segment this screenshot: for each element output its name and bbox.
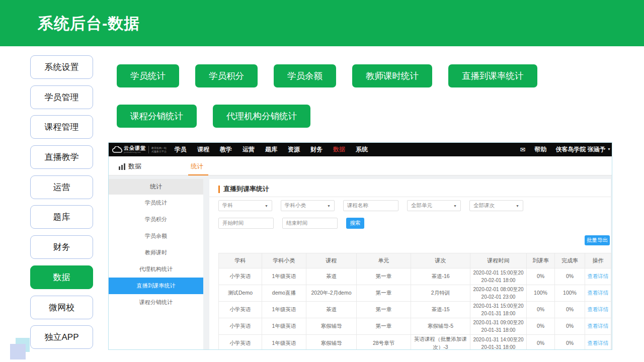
account-menu[interactable]: 侠客岛学院 张涵予 ▼ <box>555 145 611 154</box>
quick-link-button[interactable]: 代理机构分销统计 <box>213 105 310 128</box>
table-cell: 小学英语 <box>219 318 262 335</box>
sidebar-item[interactable]: 财务 <box>30 235 93 259</box>
table-row: 小学英语1年级英语寒假辅导第一章寒假辅导-52020-01-31 09:00至2… <box>219 318 611 335</box>
logo-tagline: 教育机构一站 式服务云平台 <box>151 146 167 153</box>
table-cell: 第一章 <box>357 318 411 335</box>
end-time-input[interactable]: 结束时间 <box>282 218 338 229</box>
view-details-link[interactable]: 查看详情 <box>588 273 609 279</box>
help-link[interactable]: 帮助 <box>534 145 546 154</box>
subject-select[interactable]: 学科▼ <box>218 200 272 211</box>
nav-item[interactable]: 题库 <box>265 145 277 154</box>
batch-export-button[interactable]: 批量导出 <box>585 235 610 245</box>
table-header-row: 学科学科小类课程单元课次课程时间到课率完成率操作 <box>219 253 611 268</box>
table-cell: 0% <box>555 268 585 285</box>
table-cell: 小学英语 <box>219 302 262 318</box>
table-header-cell: 学科小类 <box>262 253 306 268</box>
stats-menu-item[interactable]: 代理机构统计 <box>109 261 203 278</box>
quick-link-button[interactable]: 学员积分 <box>195 64 258 87</box>
stats-side-menu: 统计 学员统计学员积分学员余额教师课时代理机构统计直播到课率统计课程分销统计 <box>109 179 203 349</box>
logo: 云朵课堂 yunduoketang.com 教育机构一站 式服务云平台 <box>112 146 167 153</box>
sidebar-item[interactable]: 学员管理 <box>30 85 93 109</box>
sidebar-item[interactable]: 直播教学 <box>30 145 93 169</box>
chevron-down-icon: ▼ <box>607 147 611 151</box>
table-header-cell: 学科 <box>219 253 262 268</box>
nav-item[interactable]: 数据 <box>333 145 345 154</box>
stats-menu-item[interactable]: 课程分销统计 <box>109 294 203 311</box>
nav-item[interactable]: 财务 <box>310 145 323 154</box>
table-cell: 茶道 <box>306 268 357 285</box>
chevron-down-icon: ▼ <box>265 204 268 208</box>
nav-item[interactable]: 学员 <box>175 145 187 154</box>
table-cell: 1年级英语 <box>262 268 306 285</box>
table-cell: 第一章 <box>357 285 411 302</box>
table-header-cell: 课次 <box>411 253 470 268</box>
nav-item[interactable]: 系统 <box>356 145 368 154</box>
tab-statistics[interactable]: 统计 <box>191 162 203 171</box>
nav-item[interactable]: 课程 <box>197 145 209 154</box>
nav-item[interactable]: 运营 <box>243 145 255 154</box>
table-cell: 测试Demo <box>219 285 262 302</box>
table-cell: 2020-01-31 15:00至2020-01-31 18:00 <box>470 302 527 318</box>
nav-item[interactable]: 教学 <box>220 145 232 154</box>
stats-menu-header: 统计 <box>109 179 203 195</box>
quick-link-button[interactable]: 学员余额 <box>274 64 336 87</box>
table-cell: 查看详情 <box>585 318 611 335</box>
quick-link-button[interactable]: 学员统计 <box>117 64 179 87</box>
admin-navbar: 云朵课堂 yunduoketang.com 教育机构一站 式服务云平台 学员课程… <box>109 143 612 156</box>
table-cell: 1年级英语 <box>262 302 306 318</box>
filter-row-1: 学科▼ 学科小类▼ 课程名称 全部单元▼ 全部课次▼ <box>218 200 523 211</box>
quick-link-button[interactable]: 直播到课率统计 <box>448 64 537 87</box>
table-cell: 2020-02-01 15:00至2020-02-01 18:00 <box>470 268 527 285</box>
chevron-down-icon: ▼ <box>327 204 331 208</box>
table-cell: 2020年-2月demo <box>306 285 357 302</box>
table-cell: 茶道-15 <box>411 302 470 318</box>
nav-item[interactable]: 资源 <box>288 145 300 154</box>
stats-menu-item[interactable]: 直播到课率统计 <box>109 278 203 294</box>
sidebar-item[interactable]: 运营 <box>30 175 93 199</box>
table-cell: 茶道 <box>306 302 357 318</box>
table-cell: 小学英语 <box>219 268 262 285</box>
view-details-link[interactable]: 查看详情 <box>588 340 609 346</box>
quick-buttons-row-1: 学员统计学员积分学员余额教师课时统计直播到课率统计 <box>117 64 537 87</box>
unit-select[interactable]: 全部单元▼ <box>407 200 461 211</box>
attendance-table: 学科学科小类课程单元课次课程时间到课率完成率操作 小学英语1年级英语茶道第一章茶… <box>218 253 611 350</box>
admin-nav-right: ✉ 帮助 侠客岛学院 张涵予 ▼ <box>520 145 612 154</box>
course-name-input[interactable]: 课程名称 <box>343 200 398 211</box>
table-cell: 0% <box>527 302 555 318</box>
quick-link-button[interactable]: 课程分销统计 <box>117 105 197 128</box>
stats-menu-item[interactable]: 教师课时 <box>109 244 203 261</box>
sidebar-item[interactable]: 课程管理 <box>30 115 93 139</box>
sidebar-item[interactable]: 微网校 <box>30 296 93 319</box>
sidebar-item[interactable]: 独立APP <box>30 325 93 349</box>
sidebar-item[interactable]: 题库 <box>30 205 93 229</box>
subject-subcategory-select[interactable]: 学科小类▼ <box>281 200 335 211</box>
chevron-down-icon: ▼ <box>453 204 457 208</box>
search-button[interactable]: 搜索 <box>346 218 364 229</box>
sidebar-item[interactable]: 系统设置 <box>30 55 93 79</box>
table-cell: 寒假辅导 <box>306 335 357 350</box>
table-cell: 2020-02-01 08:00至2020-02-01 23:00 <box>470 285 527 302</box>
stats-menu-item[interactable]: 学员统计 <box>109 195 203 211</box>
table-header-cell: 课程 <box>306 253 357 268</box>
table-cell: 100% <box>527 285 555 302</box>
start-time-input[interactable]: 开始时间 <box>218 218 274 229</box>
table-cell: 28号章节 <box>357 335 411 350</box>
stats-menu-item[interactable]: 学员积分 <box>109 211 203 228</box>
section-label: 数据 <box>119 162 141 171</box>
view-details-link[interactable]: 查看详情 <box>588 290 609 296</box>
table-row: 小学英语1年级英语茶道第一章茶道-152020-01-31 15:00至2020… <box>219 302 611 318</box>
table-cell: 查看详情 <box>585 335 611 350</box>
view-details-link[interactable]: 查看详情 <box>588 323 609 329</box>
table-cell: 小学英语 <box>219 335 262 350</box>
table-cell: 0% <box>527 318 555 335</box>
table-row: 测试Demodemo直播2020年-2月demo第一章2月特训2020-02-0… <box>219 285 611 302</box>
decorative-square-lavender <box>10 344 26 359</box>
sidebar-item[interactable]: 数据 <box>30 265 93 289</box>
view-details-link[interactable]: 查看详情 <box>588 306 609 312</box>
stats-menu-item[interactable]: 学员余额 <box>109 228 203 244</box>
session-select[interactable]: 全部课次▼ <box>469 200 523 211</box>
quick-link-button[interactable]: 教师课时统计 <box>352 64 432 87</box>
admin-body: 统计 学员统计学员积分学员余额教师课时代理机构统计直播到课率统计课程分销统计 直… <box>109 175 612 349</box>
stats-content: 直播到课率统计 学科▼ 学科小类▼ 课程名称 全部单元▼ 全部课次▼ <box>209 179 611 349</box>
message-icon[interactable]: ✉ <box>520 146 525 153</box>
